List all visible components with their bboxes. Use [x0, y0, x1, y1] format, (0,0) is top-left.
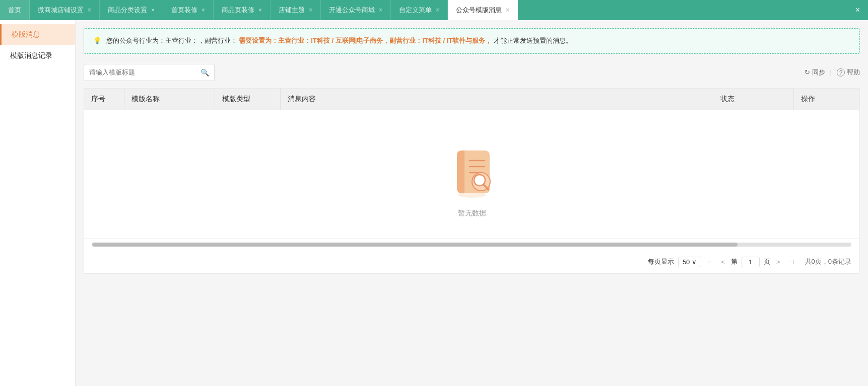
- tab-template-msg[interactable]: 公众号模版消息 ×: [448, 0, 518, 20]
- page-size-label: 每页显示: [648, 257, 674, 266]
- sidebar: 模版消息 模版消息记录: [0, 20, 76, 386]
- empty-text: 暂无数据: [458, 209, 486, 218]
- help-button[interactable]: ? 帮助: [837, 68, 860, 77]
- notice-text-prefix: 您的公众号行业为：主营行业：，副营行业：: [106, 37, 237, 44]
- tab-close-product-category[interactable]: ×: [151, 7, 155, 14]
- prev-page-button[interactable]: <: [719, 257, 727, 267]
- search-actions: ↻ 同步 | ? 帮助: [805, 68, 860, 77]
- scroll-bar-area: [84, 238, 859, 251]
- col-name: 模版名称: [124, 89, 215, 110]
- next-page-button[interactable]: >: [774, 257, 782, 267]
- horizontal-scrollbar[interactable]: [92, 243, 851, 247]
- pagination-bar: 每页显示 50 ∨ ⊢ < 第 页 > ⊣ 共0页，0条记录: [84, 251, 859, 273]
- chevron-down-icon: ∨: [692, 258, 697, 266]
- tab-close-open-mall[interactable]: ×: [379, 7, 382, 14]
- notice-highlight: 需要设置为：主营行业：IT科技 / 互联网|电子商务，副营行业：IT科技 / I…: [239, 37, 492, 44]
- tab-custom-menu[interactable]: 自定义菜单 ×: [391, 0, 448, 20]
- help-icon: ?: [837, 68, 845, 76]
- empty-state: 暂无数据: [84, 110, 859, 238]
- scrollbar-thumb: [92, 243, 738, 247]
- tab-home[interactable]: 首页: [0, 0, 30, 20]
- main-layout: 模版消息 模版消息记录 💡 您的公众号行业为：主营行业：，副营行业： 需要设置为…: [0, 20, 868, 386]
- data-table: 序号 模版名称 模版类型 消息内容 状态 操作: [84, 88, 860, 274]
- search-bar: 🔍 ↻ 同步 | ? 帮助: [84, 64, 860, 81]
- notice-icon: 💡: [93, 37, 101, 44]
- close-all-tabs-button[interactable]: ×: [847, 6, 868, 15]
- tab-close-home-decoration[interactable]: ×: [202, 7, 205, 14]
- tab-close-wshop-settings[interactable]: ×: [88, 7, 91, 14]
- tab-home-decoration[interactable]: 首页装修 ×: [163, 0, 214, 20]
- tab-bar: 首页 微商城店铺设置 × 商品分类设置 × 首页装修 × 商品页装修 × 店铺主…: [0, 0, 868, 20]
- tab-product-category[interactable]: 商品分类设置 ×: [100, 0, 163, 20]
- notice-text-suffix: 才能正常发送预置的消息。: [494, 37, 572, 44]
- sync-label: 同步: [812, 68, 825, 77]
- table-header: 序号 模版名称 模版类型 消息内容 状态 操作: [84, 89, 859, 110]
- col-type: 模版类型: [215, 89, 281, 110]
- tab-store-theme[interactable]: 店铺主题 ×: [271, 0, 321, 20]
- action-divider: |: [830, 68, 832, 76]
- svg-point-7: [476, 177, 479, 180]
- total-info: 共0页，0条记录: [805, 257, 851, 266]
- sidebar-item-template-msg-record[interactable]: 模版消息记录: [0, 45, 75, 66]
- col-content: 消息内容: [281, 89, 713, 110]
- help-label: 帮助: [847, 68, 860, 77]
- sync-icon: ↻: [805, 68, 810, 76]
- sidebar-item-template-msg[interactable]: 模版消息: [0, 24, 75, 45]
- page-label-pre: 第: [731, 257, 738, 266]
- empty-state-icon: [442, 140, 502, 201]
- page-input[interactable]: [742, 257, 760, 267]
- page-label-suf: 页: [764, 257, 770, 266]
- tab-close-product-decoration[interactable]: ×: [258, 7, 262, 14]
- last-page-button[interactable]: ⊣: [786, 257, 796, 267]
- content-area: 💡 您的公众号行业为：主营行业：，副营行业： 需要设置为：主营行业：IT科技 /…: [76, 20, 868, 386]
- tab-wshop-settings[interactable]: 微商城店铺设置 ×: [30, 0, 100, 20]
- page-size-select[interactable]: 50 ∨: [678, 257, 701, 267]
- first-page-button[interactable]: ⊢: [705, 257, 715, 267]
- notice-box: 💡 您的公众号行业为：主营行业：，副营行业： 需要设置为：主营行业：IT科技 /…: [84, 28, 860, 54]
- search-input-wrap: 🔍: [84, 64, 215, 81]
- tab-open-mall[interactable]: 开通公众号商城 ×: [321, 0, 391, 20]
- tab-close-store-theme[interactable]: ×: [309, 7, 312, 14]
- tab-close-custom-menu[interactable]: ×: [436, 7, 439, 14]
- page-size-value: 50: [683, 258, 690, 266]
- col-status: 状态: [713, 89, 794, 110]
- tab-close-template-msg[interactable]: ×: [506, 7, 509, 14]
- col-seq: 序号: [84, 89, 124, 110]
- sync-button[interactable]: ↻ 同步: [805, 68, 825, 77]
- col-action: 操作: [794, 89, 859, 110]
- tab-product-decoration[interactable]: 商品页装修 ×: [214, 0, 271, 20]
- search-icon[interactable]: 🔍: [201, 68, 209, 76]
- search-input[interactable]: [89, 68, 201, 76]
